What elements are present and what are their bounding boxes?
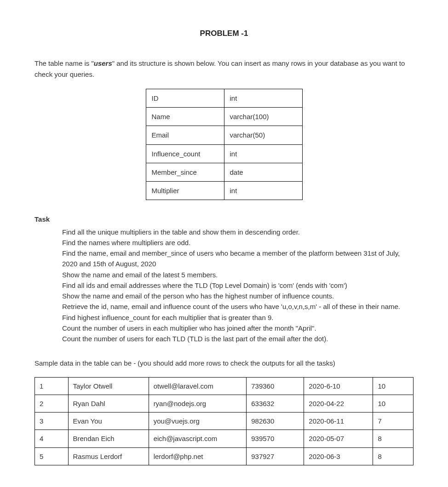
schema-row: Multiplierint: [146, 182, 302, 200]
task-item: Find the name, email and member_since of…: [62, 248, 414, 269]
cell-email: lerdorf@php.net: [149, 447, 247, 465]
cell-id: 3: [35, 413, 69, 430]
schema-type: varchar(50): [224, 126, 302, 144]
cell-multiplier: 10: [373, 377, 414, 395]
cell-multiplier: 8: [373, 430, 414, 447]
cell-id: 5: [35, 447, 69, 465]
cell-multiplier: 8: [373, 447, 414, 465]
task-item: Find all ids and email addresses where t…: [62, 280, 414, 291]
table-row: 4Brendan Eicheich@javascript.com93957020…: [35, 430, 414, 447]
cell-since: 2020-06-11: [304, 413, 373, 430]
task-item: Find highest influence_count for each mu…: [62, 312, 414, 323]
sample-note: Sample data in the table can be - (you s…: [34, 358, 414, 368]
task-item: Find all the unique multipliers in the t…: [62, 227, 414, 237]
task-item: Retrieve the id, name, email and influen…: [62, 301, 414, 312]
sample-data-table: 1Taylor Otwellotwell@laravel.com73936020…: [34, 377, 414, 465]
cell-id: 2: [35, 395, 69, 412]
cell-influence: 939570: [247, 430, 304, 447]
cell-email: otwell@laravel.com: [149, 377, 247, 395]
schema-table: IDintNamevarchar(100)Emailvarchar(50)Inf…: [146, 89, 303, 201]
schema-field: Multiplier: [146, 182, 224, 200]
table-name: users: [94, 59, 112, 67]
table-row: 5Rasmus Lerdorflerdorf@php.net9379272020…: [35, 447, 414, 465]
cell-id: 4: [35, 430, 69, 447]
schema-row: IDint: [146, 89, 302, 107]
cell-name: Brendan Eich: [68, 430, 149, 447]
task-item: Find the names where multipliers are odd…: [62, 237, 414, 248]
cell-name: Taylor Otwell: [68, 377, 149, 395]
cell-id: 1: [35, 377, 69, 395]
cell-since: 2020-05-07: [304, 430, 373, 447]
schema-field: Name: [146, 108, 224, 126]
task-item: Count the number of users in each multip…: [62, 323, 414, 333]
schema-type: int: [224, 182, 302, 200]
tasks-list: Find all the unique multipliers in the t…: [62, 227, 414, 344]
schema-row: Emailvarchar(50): [146, 126, 302, 144]
cell-email: you@vuejs.org: [149, 413, 247, 430]
schema-row: Member_sincedate: [146, 163, 302, 181]
table-row: 3Evan Youyou@vuejs.org9826302020-06-117: [35, 413, 414, 430]
schema-field: Member_since: [146, 163, 224, 181]
intro-paragraph: The table name is "users" and its struct…: [34, 58, 414, 80]
schema-field: Influence_count: [146, 144, 224, 163]
cell-influence: 937927: [247, 447, 304, 465]
schema-field: ID: [146, 89, 224, 107]
cell-influence: 739360: [247, 377, 304, 395]
cell-multiplier: 7: [373, 413, 414, 430]
intro-before: The table name is ": [34, 59, 94, 67]
cell-email: ryan@nodejs.org: [149, 395, 247, 412]
table-row: 1Taylor Otwellotwell@laravel.com73936020…: [35, 377, 414, 395]
cell-name: Evan You: [68, 413, 149, 430]
schema-type: int: [224, 144, 302, 163]
cell-since: 2020-06-3: [304, 447, 373, 465]
schema-type: int: [224, 89, 302, 107]
task-item: Show the name and email of the person wh…: [62, 291, 414, 301]
schema-field: Email: [146, 126, 224, 144]
cell-influence: 633632: [247, 395, 304, 412]
cell-since: 2020-04-22: [304, 395, 373, 412]
schema-type: varchar(100): [224, 108, 302, 126]
cell-multiplier: 10: [373, 395, 414, 412]
cell-name: Ryan Dahl: [68, 395, 149, 412]
page-title: PROBLEM -1: [34, 28, 414, 40]
task-label: Task: [34, 214, 414, 224]
cell-email: eich@javascript.com: [149, 430, 247, 447]
schema-row: Influence_countint: [146, 144, 302, 163]
cell-since: 2020-6-10: [304, 377, 373, 395]
cell-name: Rasmus Lerdorf: [68, 447, 149, 465]
task-item: Show the name and email of the latest 5 …: [62, 269, 414, 280]
schema-row: Namevarchar(100): [146, 108, 302, 126]
schema-type: date: [224, 163, 302, 181]
table-row: 2Ryan Dahlryan@nodejs.org6336322020-04-2…: [35, 395, 414, 412]
task-item: Count the number of users for each TLD (…: [62, 333, 414, 344]
cell-influence: 982630: [247, 413, 304, 430]
